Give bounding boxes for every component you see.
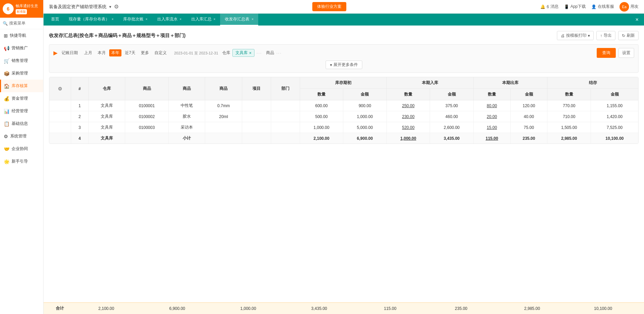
table-settings-icon[interactable]: ⚙ xyxy=(58,86,62,92)
refresh-button[interactable]: ↻ 刷新 xyxy=(618,31,639,40)
goods-more-dots[interactable]: ··· xyxy=(276,51,282,55)
user-menu[interactable]: Ea 用友 xyxy=(620,2,639,12)
tab-batch[interactable]: 库存批次账 × xyxy=(118,14,152,26)
date-filter-buttons: 上月 本月 本年 近7天 更多 自定义 xyxy=(82,49,169,56)
cell-in-qty-3[interactable]: 520.00 xyxy=(386,122,430,133)
filter-collapse-btn[interactable]: ▶ xyxy=(53,50,57,56)
app-download-btn[interactable]: 📱 App下载 xyxy=(564,4,586,10)
tab-close-inventory-dist[interactable]: × xyxy=(112,17,114,21)
warehouse-tag-remove[interactable]: × xyxy=(249,51,251,55)
cell-out-qty-2[interactable]: 20.00 xyxy=(474,111,511,122)
topbar-settings-icon[interactable]: ⚙ xyxy=(114,3,119,10)
cell-no-subtotal: 4 xyxy=(71,133,88,144)
tab-inventory-dist[interactable]: 现存量（库存分布表） × xyxy=(64,14,118,26)
cell-in-qty-2[interactable]: 230.00 xyxy=(386,111,430,122)
sidebar-item-enterprise[interactable]: 🤝 企业协同 xyxy=(0,143,43,155)
cell-bal-qty-2: 710.00 xyxy=(547,111,591,122)
sidebar-logo: 6 xyxy=(3,3,14,14)
sidebar-item-business[interactable]: 📊 经营管理 xyxy=(0,105,43,117)
cell-name-2: 胶水 xyxy=(168,111,205,122)
cell-spec-1: 0.7mm xyxy=(205,100,242,111)
date-btn-this-month[interactable]: 本月 xyxy=(96,49,108,56)
date-btn-this-year[interactable]: 本年 xyxy=(109,49,121,56)
cell-out-amt-1: 120.00 xyxy=(510,100,547,111)
th-open-qty: 数量 xyxy=(300,89,343,100)
th-out-qty: 数量 xyxy=(474,89,511,100)
expand-icon: ▾ xyxy=(330,63,332,67)
footer-in-qty: 1,000.00 xyxy=(213,306,284,311)
date-range: 2023-01-01 至 2023-12-31 xyxy=(174,51,218,56)
sidebar-item-system[interactable]: ⚙ 系统管理 xyxy=(0,130,43,143)
warehouse-tag: 文具库 × xyxy=(232,49,254,57)
th-bal-qty: 数量 xyxy=(547,89,591,100)
subtotal-row: 4 文具库 小计 2,100.00 6,900.00 1,000.00 3,43… xyxy=(49,133,638,144)
sidebar-search[interactable]: 🔍 搜索菜单 xyxy=(0,18,43,29)
refresh-icon: ↻ xyxy=(622,33,625,38)
expand-filter-button[interactable]: ▾ 展开更多条件 xyxy=(326,61,362,69)
tab-in-out-flow[interactable]: 出入库流水 × xyxy=(152,14,186,26)
th-name: 商品 xyxy=(168,77,205,100)
tab-recv-send-summary[interactable]: 收发存汇总表 × xyxy=(220,14,258,26)
cell-subtotal-bal-qty: 2,985.00 xyxy=(547,133,591,144)
tab-close-batch[interactable]: × xyxy=(146,17,148,21)
cell-subtotal-out-qty[interactable]: 115.00 xyxy=(474,133,511,144)
cell-bal-qty-1: 770.00 xyxy=(547,100,591,111)
sidebar-item-purchase[interactable]: 📦 采购管理 xyxy=(0,67,43,80)
query-button[interactable]: 查询 xyxy=(597,48,616,58)
data-table: ⚙ # 仓库 商品 商品 商品 项目 部门 库存期初 本期入库 本期出库 xyxy=(49,77,639,144)
cell-subtotal-in-qty[interactable]: 1,000.00 xyxy=(386,133,430,144)
sidebar-item-guide[interactable]: 🌟 新手引导 xyxy=(0,155,43,168)
settings-small-button[interactable]: 设置 xyxy=(618,48,634,58)
online-service-btn[interactable]: 👤 在线客服 xyxy=(591,4,614,10)
sidebar-item-quick-nav[interactable]: ⊞ 快捷导航 xyxy=(0,29,43,42)
date-btn-custom[interactable]: 自定义 xyxy=(152,49,169,56)
bell-icon: 🔔 xyxy=(540,4,545,9)
sidebar-item-inventory[interactable]: 🏠 库存核算 xyxy=(0,80,43,92)
cell-open-qty-3: 1,000.00 xyxy=(300,122,343,133)
sidebar-item-sales[interactable]: 🛒 销售管理 xyxy=(0,54,43,67)
sidebar-item-basic[interactable]: 📋 基础信息 xyxy=(0,117,43,130)
notification-label: 消息 xyxy=(550,4,559,10)
warehouse-more-dots[interactable]: ··· xyxy=(257,51,262,55)
cell-code-1: 0100001 xyxy=(125,100,169,111)
tab-close-recv-send-summary[interactable]: × xyxy=(251,17,253,21)
cell-out-qty-3[interactable]: 15.00 xyxy=(474,122,511,133)
page-actions: 🖨 按模板打印 ▾ ↑ 导出 ↻ 刷新 xyxy=(557,31,639,40)
guide-icon: 🌟 xyxy=(4,159,10,164)
tab-in-out-summary[interactable]: 出入库汇总 × xyxy=(186,14,220,26)
cell-in-amt-3: 2,600.00 xyxy=(430,122,474,133)
date-btn-more[interactable]: 更多 xyxy=(139,49,151,56)
print-button[interactable]: 🖨 按模板打印 ▾ xyxy=(557,31,594,40)
th-no: # xyxy=(71,77,88,100)
cell-out-qty-1[interactable]: 80.00 xyxy=(474,100,511,111)
cell-code-2: 0100002 xyxy=(125,111,169,122)
date-btn-last7[interactable]: 近7天 xyxy=(123,49,137,56)
filter-bar: ▶ 记账日期 上月 本月 本年 近7天 更多 自定义 2023-01-01 至 … xyxy=(49,44,639,73)
date-filter-label: 记账日期 xyxy=(62,50,78,56)
th-open-amt: 金额 xyxy=(343,89,387,100)
sidebar-item-finance[interactable]: 💰 资金管理 xyxy=(0,92,43,105)
page-title: 收发存汇总表(按仓库＋商品编码＋商品＋规格型号＋项目＋部门) xyxy=(49,33,185,39)
date-btn-last-month[interactable]: 上月 xyxy=(82,49,94,56)
footer-bal-qty: 2,985.00 xyxy=(497,306,568,311)
sidebar-item-marketing[interactable]: 📢 营销推广 xyxy=(0,42,43,54)
topbar-dropdown[interactable]: ▾ xyxy=(109,4,111,9)
notification-btn[interactable]: 🔔 6 消息 xyxy=(540,4,559,10)
trial-button[interactable]: 体验行业方案 xyxy=(312,2,346,11)
tab-home[interactable]: 首页 xyxy=(46,14,64,26)
cell-bal-amt-3: 7,525.00 xyxy=(591,122,638,133)
footer-bal-amt: 10,100.00 xyxy=(567,306,639,311)
cell-code-3: 0100003 xyxy=(125,122,169,133)
tab-close-in-out-flow[interactable]: × xyxy=(180,17,182,21)
system-icon: ⚙ xyxy=(4,134,8,139)
cell-no-1: 1 xyxy=(71,100,88,111)
th-settings[interactable]: ⚙ xyxy=(49,77,71,100)
cell-project-1 xyxy=(242,100,271,111)
tabbar-close-all[interactable]: × xyxy=(633,15,641,24)
cell-in-qty-1[interactable]: 250.00 xyxy=(386,100,430,111)
tab-close-in-out-summary[interactable]: × xyxy=(214,17,216,21)
chevron-down-icon: ▾ xyxy=(588,33,590,38)
footer-out-qty: 115.00 xyxy=(355,306,426,311)
export-button[interactable]: ↑ 导出 xyxy=(596,31,615,40)
finance-icon: 💰 xyxy=(4,96,10,101)
